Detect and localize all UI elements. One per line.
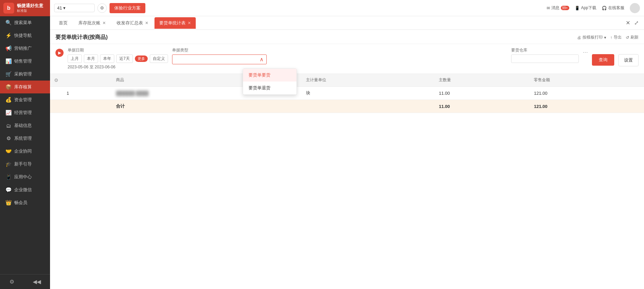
footer-quantity-cell: 11.00 (435, 100, 530, 113)
filter-more-options-btn[interactable]: ··· (583, 49, 588, 56)
trial-button[interactable]: 体验行业方案 (110, 3, 145, 13)
print-button[interactable]: 🖨 按模板打印 ▾ (577, 35, 606, 40)
date-filter-group: 单据日期 上月 本月 本年 近7天 更多 自定义 2023-05-06 至 20… (68, 47, 168, 70)
date-range-display: 2023-05-06 至 2023-06-06 (68, 64, 168, 70)
shortcut-icon: ⚡ (5, 32, 11, 39)
sidebar-item-apps[interactable]: 📱应用中心 (0, 171, 50, 183)
sidebar-item-finance[interactable]: 💰资金管理 (0, 93, 50, 106)
sidebar-item-purchase[interactable]: 🛒采购管理 (0, 68, 50, 81)
app-info: 畅捷通好生意 标准版 (17, 3, 43, 14)
sidebar-label-purchase: 采购管理 (14, 71, 32, 77)
company-selector[interactable]: 41 ▾ (54, 4, 95, 12)
app-download-label: App下载 (581, 5, 596, 11)
tab-close-batch[interactable]: ✕ (102, 21, 106, 25)
sidebar-label-wechat: 企业微信 (14, 187, 32, 193)
table-header: ⚙ 商品 主计量单位 主数量 零售金额 (50, 74, 644, 87)
page-inner: 要货单统计表(按商品) 🖨 按模板打印 ▾ ↑ 导出 ↺ 刷新 (50, 30, 644, 289)
row-quantity-cell: 11.00 (435, 87, 530, 100)
page-header: 要货单统计表(按商品) 🖨 按模板打印 ▾ ↑ 导出 ↺ 刷新 (50, 30, 644, 44)
sidebar-item-basic[interactable]: 🗂基础信息 (0, 119, 50, 132)
sidebar-label-basic: 基础信息 (14, 123, 32, 129)
col-amount-header: 零售金额 (530, 74, 644, 87)
sidebar-item-cooperation[interactable]: 🤝企业协同 (0, 145, 50, 158)
filter-expand-button[interactable]: ▶ (55, 49, 64, 57)
tab-close-all-button[interactable]: ✕ (624, 19, 631, 27)
sidebar-item-search[interactable]: 🔍搜索菜单 (0, 16, 50, 29)
date-this-month-btn[interactable]: 本月 (84, 54, 98, 63)
sidebar-label-apps: 应用中心 (14, 174, 32, 180)
dropdown-item-order[interactable]: 要货单要货 (243, 69, 296, 82)
phone-icon: 📱 (575, 6, 580, 10)
cooperation-icon: 🤝 (5, 148, 11, 154)
export-button[interactable]: ↑ 导出 (610, 35, 622, 40)
company-dropdown-icon: ▾ (63, 5, 66, 10)
app-download-button[interactable]: 📱 App下载 (575, 5, 596, 11)
date-custom-btn[interactable]: 自定义 (150, 54, 168, 63)
date-this-year-btn[interactable]: 本年 (100, 54, 114, 63)
print-label: 按模板打印 (582, 35, 603, 40)
tab-home[interactable]: 首页 (54, 17, 72, 29)
print-icon: 🖨 (577, 35, 581, 40)
date-last-7days-btn[interactable]: 近7天 (116, 54, 133, 63)
tab-order_stats[interactable]: 要货单统计表✕ (154, 17, 196, 29)
refresh-label: 刷新 (630, 35, 639, 40)
sidebar-label-sales: 销售管理 (14, 58, 32, 64)
tab-expand-button[interactable]: ⤢ (633, 19, 640, 27)
tab-receipts[interactable]: 收发存汇总表✕ (112, 17, 153, 29)
sidebar-settings-icon[interactable]: ⚙ (8, 277, 16, 286)
apps-icon: 📱 (5, 174, 11, 180)
online-service-button[interactable]: 🎧 在线客服 (602, 5, 624, 11)
col-quantity-header: 主数量 (435, 74, 530, 87)
date-last-month-btn[interactable]: 上月 (68, 54, 82, 63)
type-filter-clear-icon[interactable]: ∧ (260, 56, 264, 63)
column-settings-icon[interactable]: ⚙ (54, 77, 58, 83)
page-actions: 🖨 按模板打印 ▾ ↑ 导出 ↺ 刷新 (577, 35, 639, 40)
sidebar-item-guide[interactable]: 🎓新手引导 (0, 158, 50, 171)
topbar-settings-button[interactable]: ⚙ (97, 3, 107, 13)
system-icon: ⚙ (5, 135, 11, 141)
sidebar-item-member[interactable]: 👑畅会员 (0, 196, 50, 209)
warehouse-filter-group: 要货仓库 (511, 47, 579, 63)
row-index-cell: 1 (63, 87, 112, 100)
sidebar-item-wechat[interactable]: 💬企业微信 (0, 183, 50, 196)
sidebar-collapse-icon[interactable]: ◀◀ (31, 277, 42, 286)
company-name: 41 (57, 5, 62, 10)
warehouse-filter-input[interactable] (511, 54, 579, 63)
col-settings: ⚙ (50, 74, 63, 87)
sidebar-item-inventory[interactable]: 📦库存核算 (0, 81, 50, 93)
tab-label-receipts: 收发存汇总表 (117, 20, 143, 26)
row-settings-cell (50, 87, 63, 100)
type-input-wrapper[interactable]: ∧ (172, 54, 267, 64)
filter-settings-button[interactable]: 设置 (618, 54, 639, 66)
table-footer: 合计 11.00 121.00 (50, 100, 644, 113)
message-button[interactable]: ✉ 消息 99+ (547, 5, 569, 11)
dropdown-item-return[interactable]: 要货单退货 (243, 82, 296, 94)
export-icon: ↑ (610, 35, 612, 40)
sidebar-item-shortcut[interactable]: ⚡快捷导航 (0, 29, 50, 42)
sidebar-item-sales[interactable]: 📊销售管理 (0, 55, 50, 68)
user-avatar[interactable] (630, 3, 640, 13)
tab-close-order_stats[interactable]: ✕ (188, 21, 191, 25)
message-label: 消息 (551, 5, 559, 11)
tab-close-receipts[interactable]: ✕ (145, 21, 148, 25)
date-more-btn[interactable]: 更多 (135, 55, 148, 62)
marketing-icon: 📢 (5, 45, 11, 51)
col-unit-header: 主计量单位 (302, 74, 435, 87)
guide-icon: 🎓 (5, 161, 11, 167)
type-dropdown: 要货单要货 要货单退货 (243, 68, 297, 95)
tab-label-order_stats: 要货单统计表 (159, 20, 186, 26)
refresh-button[interactable]: ↺ 刷新 (626, 35, 639, 40)
sidebar-item-system[interactable]: ⚙系统管理 (0, 132, 50, 145)
footer-index-cell (63, 100, 112, 113)
topbar-left: 41 ▾ ⚙ 体验行业方案 (54, 3, 544, 13)
app-edition: 标准版 (17, 8, 43, 13)
type-filter-input[interactable] (175, 57, 260, 62)
tab-batch[interactable]: 库存批次账✕ (74, 17, 111, 29)
search-icon: 🔍 (5, 20, 11, 26)
col-index-header (63, 74, 112, 87)
sidebar-item-operations[interactable]: 📈经营管理 (0, 106, 50, 119)
sidebar-item-marketing[interactable]: 📢营销推广 (0, 42, 50, 55)
query-button[interactable]: 查询 (592, 54, 614, 66)
footer-settings-cell (50, 100, 63, 113)
footer-unit-cell (302, 100, 435, 113)
